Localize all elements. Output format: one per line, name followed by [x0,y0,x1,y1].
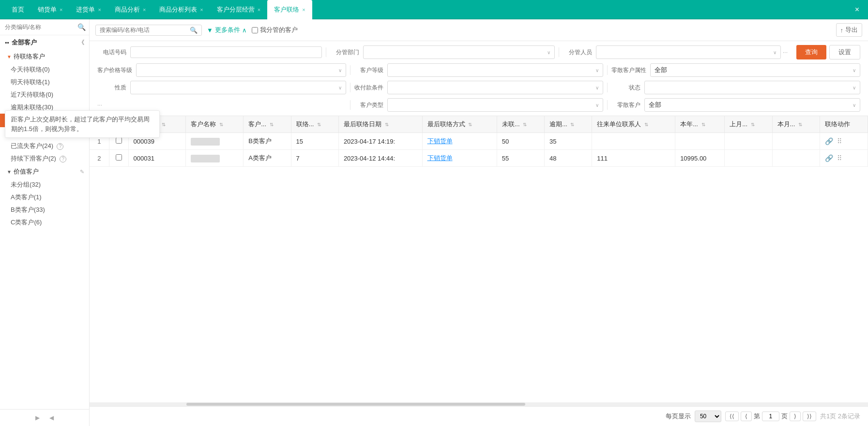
sidebar-ungroup[interactable]: 未分组(32) [0,178,89,191]
link-icon-1[interactable]: 🔗 [825,137,833,145]
current-page-input[interactable] [762,411,779,421]
more-icon-2[interactable]: ⠿ [837,154,842,162]
close-all-button[interactable]: × [851,5,863,14]
price-grade-select[interactable]: ∨ [136,63,346,77]
nav-customer-segmentation[interactable]: 客户分层经营 × [210,0,267,19]
nav-product-analysis[interactable]: 商品分析 × [108,0,152,19]
retail-attr-select[interactable]: 全部 ∨ [650,63,860,77]
tooltip-box: 距客户上次交易时长，超过了此客户的平均交易周期的1.5倍，则视为异常。 [90,110,160,138]
chevron-down-icon6: ∨ [338,85,342,90]
nav-customer-contact[interactable]: 客户联络 × [267,0,312,19]
table-row: 1 000039 B类客户 15 2023-04-17 14:19: 下销货单 … [90,133,868,150]
scroll-thumb[interactable] [186,403,525,406]
prev-page-button[interactable]: ⟨ [741,411,752,421]
nav-sales[interactable]: 销货单 × [31,0,69,19]
col-contacts[interactable]: 往来单位联系人 ⇅ [592,116,675,133]
department-select[interactable]: ∨ [363,45,555,59]
nav-product-analysis-list[interactable]: 商品分析列表 × [152,0,210,19]
next-page-button[interactable]: ⟩ [790,411,801,421]
sidebar-today-contact[interactable]: 今天待联络(0) [0,63,89,76]
action-icons-1: 🔗 ⠿ [825,137,863,145]
retail-customer-select[interactable]: 全部 ∨ [644,98,860,112]
empty-field: ··· [97,102,346,108]
status-select[interactable]: ∨ [644,81,860,94]
sidebar-b-customers[interactable]: B类客户(33) [0,204,89,216]
close-customer-contact-tab[interactable]: × [302,7,305,13]
sidebar-value-customers-header[interactable]: ▼ 价值客户 ✎ [0,165,89,178]
sidebar-lost-customers[interactable]: 已流失客户(24) ? [0,140,89,152]
more-conditions-button[interactable]: ▼ 更多条件 ∧ [207,26,247,34]
nature-select[interactable]: ∨ [130,81,346,94]
row-contacts-1 [592,133,675,150]
nav-purchase[interactable]: 进货单 × [69,0,107,19]
close-product-analysis-tab[interactable]: × [143,7,146,13]
settings-button[interactable]: 设置 [829,45,860,59]
col-contact-count[interactable]: 联络... ⇅ [291,116,338,133]
data-table-area[interactable]: ⚙ 客户编码 ⇅ 客户名称 ⇅ 客户... [90,116,868,402]
export-button[interactable]: ↑ 导出 [836,23,863,37]
link-icon-2[interactable]: 🔗 [825,154,833,162]
collapse-sidebar-button[interactable]: ◀ [46,412,58,423]
sidebar-a-customers[interactable]: A类客户(1) [0,191,89,204]
more-filter-link[interactable]: ··· [97,102,102,108]
filter-row-2: 客户价格等级 ∨ 客户等级 ∨ 零散客户属性 [97,63,860,77]
sidebar-c-customers[interactable]: C类客户(6) [0,216,89,229]
more-icon-1[interactable]: ⠿ [837,137,842,145]
manager-select[interactable]: ∨ [596,45,781,59]
more-icon[interactable]: ··· [783,49,788,56]
sidebar: 🔍 ▪▪ 全部客户 《 ▼ 待联络客户 今天待联络(0) 明天待联络(1) 近7… [0,19,90,426]
expand-sidebar-button[interactable]: ▶ [31,412,44,423]
info-icon-declining[interactable]: ? [60,156,66,162]
row-last-method-1[interactable]: 下销货单 [422,133,497,150]
page-size-select[interactable]: 50 100 200 [695,411,721,422]
close-sales-tab[interactable]: × [60,7,62,13]
search-input[interactable] [100,27,190,33]
phone-input[interactable] [130,46,322,58]
customer-type-select[interactable]: ∨ [387,98,603,112]
col-overdue[interactable]: 逾期... ⇅ [545,116,592,133]
sidebar-7days-contact[interactable]: 近7天待联络(0) [0,88,89,101]
row-name-2 [186,150,244,167]
close-product-analysis-list-tab[interactable]: × [200,7,203,13]
top-navigation: 首页 销货单 × 进货单 × 商品分析 × 商品分析列表 × 客户分层经营 × … [0,0,868,19]
price-grade-field: 客户价格等级 ∨ [97,63,346,77]
close-customer-segmentation-tab[interactable]: × [258,7,260,13]
payment-select[interactable]: ∨ [387,81,603,94]
chevron-down-icon: ∨ [547,50,550,55]
info-icon-lost-customers[interactable]: ? [57,143,63,150]
divider6 [607,83,608,92]
sidebar-declining-customers[interactable]: 持续下滑客户(2) ? [0,152,89,165]
col-last-date[interactable]: 最后联络日期 ⇅ [338,116,422,133]
row-last-method-2[interactable]: 下销货单 [422,150,497,167]
col-last-method[interactable]: 最后联络方式 ⇅ [422,116,497,133]
row-checkbox-2[interactable] [109,150,128,167]
query-button[interactable]: 查询 [796,45,826,59]
close-purchase-tab[interactable]: × [98,7,101,13]
row-last-date-1: 2023-04-17 14:19: [338,133,422,150]
horizontal-scrollbar[interactable] [90,402,868,406]
my-customers-check[interactable] [252,27,258,33]
first-page-button[interactable]: ⟨⟨ [725,411,739,421]
filter-icon: ▼ [207,27,213,34]
sort-contacts-icon: ⇅ [644,122,648,127]
sidebar-search-icon[interactable]: 🔍 [77,23,86,31]
customer-grade-select[interactable]: ∨ [387,63,603,77]
row-last-month-2 [725,150,772,167]
nav-home[interactable]: 首页 [5,0,31,19]
sidebar-tomorrow-contact[interactable]: 明天待联络(1) [0,76,89,88]
search-icon[interactable]: 🔍 [190,27,198,34]
col-type[interactable]: 客户... ⇅ [244,116,291,133]
col-last-month[interactable]: 上月... ⇅ [725,116,772,133]
my-customers-checkbox[interactable]: 我分管的客户 [252,26,298,34]
last-page-button[interactable]: ⟩⟩ [803,411,816,421]
col-name[interactable]: 客户名称 ⇅ [186,116,244,133]
row-code-2[interactable]: 000031 [128,150,186,167]
sidebar-search-input[interactable] [5,24,77,30]
divider2 [559,47,559,57]
col-this-year[interactable]: 本年... ⇅ [675,116,725,133]
col-uncontacted[interactable]: 未联... ⇅ [497,116,544,133]
sidebar-waiting-contact-group[interactable]: ▼ 待联络客户 [0,50,89,63]
col-this-month[interactable]: 本月... ⇅ [772,116,820,133]
edit-icon[interactable]: ✎ [80,169,84,175]
sidebar-collapse-button[interactable]: 《 [78,39,84,47]
